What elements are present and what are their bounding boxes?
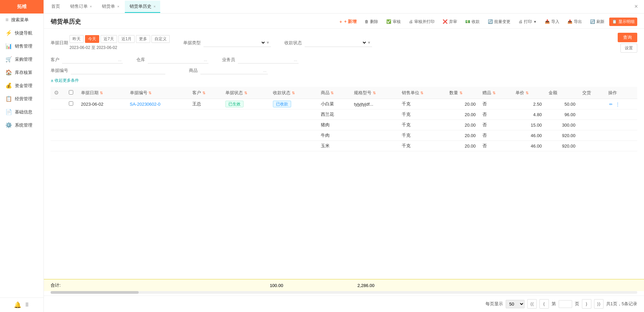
row-checkbox[interactable]	[69, 101, 73, 106]
query-button[interactable]: 查询	[618, 33, 637, 42]
customer-sort-icon[interactable]: ⇅	[202, 91, 205, 95]
date-btn-7days[interactable]: 近7天	[101, 35, 117, 43]
date-btn-yesterday[interactable]: 昨天	[69, 35, 84, 43]
row-doc-status: 已生效	[222, 99, 270, 109]
search-menu-icon: ≡	[5, 17, 8, 23]
print-button[interactable]: 🖨 打印 ▼	[515, 17, 540, 26]
spec-sort-icon[interactable]: ⇅	[373, 91, 376, 95]
doc-type-select[interactable]	[205, 40, 266, 46]
import-button[interactable]: 📥 导入	[541, 17, 563, 26]
filter-row-2: 客户 ... 仓库 ... 业务员	[51, 56, 637, 63]
goods-input[interactable]	[202, 68, 263, 73]
audit-print-button[interactable]: 🖨 审核并打印	[405, 17, 438, 26]
staff-label: 业务员	[222, 57, 235, 63]
row-spec	[351, 141, 398, 151]
collapse-filter-button[interactable]: ∧ 收起更多条件	[51, 78, 637, 83]
op-btn-0[interactable]: ✏	[609, 102, 613, 107]
row-doc-num	[127, 109, 189, 120]
collect-status-select[interactable]	[306, 40, 367, 46]
customer-dots[interactable]: ...	[118, 57, 121, 62]
batch-change-button[interactable]: 🔄 批量变更	[484, 17, 514, 26]
window-close-button[interactable]: ×	[634, 3, 641, 10]
row-unit: 千克	[398, 141, 446, 151]
sidebar-item-search-menu[interactable]: ≡ 搜索菜单	[0, 14, 44, 26]
new-button[interactable]: + + 新增	[336, 17, 360, 26]
tab-sales-history[interactable]: 销货单历史 ×	[125, 1, 160, 13]
tab-sales-history-close[interactable]: ×	[153, 4, 156, 8]
tab-sales-order[interactable]: 销售订单 ×	[65, 1, 96, 13]
doc-num-sort-icon[interactable]: ⇅	[148, 91, 151, 95]
show-detail-button[interactable]: 📋 显示明细	[609, 18, 637, 26]
row-qty: 20.00	[446, 99, 479, 109]
select-all-checkbox[interactable]	[69, 90, 73, 95]
sidebar-item-sales-mgmt[interactable]: 📊 销售管理	[0, 40, 44, 53]
sidebar-item-ops-mgmt[interactable]: 📋 经营管理	[0, 92, 44, 105]
tab-sales-order-close[interactable]: ×	[90, 4, 92, 8]
horizontal-scrollbar[interactable]	[51, 291, 637, 294]
audit-print-icon: 🖨	[409, 19, 413, 24]
table-row: 玉米 千克 20.00 否 46.00 920.00	[51, 141, 637, 151]
abandon-button[interactable]: ❌ 弃审	[439, 17, 460, 26]
goods-dots[interactable]: ...	[263, 68, 267, 73]
customer-label: 客户	[51, 57, 59, 63]
col-trade: 交货	[579, 87, 605, 99]
settings-button[interactable]: 设置	[620, 44, 637, 53]
tab-sales-goods-close[interactable]: ×	[117, 4, 119, 8]
qty-sort-icon[interactable]: ⇅	[459, 91, 463, 95]
date-btn-1month[interactable]: 近1月	[118, 35, 135, 43]
last-page-button[interactable]: ⟩⟩	[594, 299, 604, 309]
notification-icon[interactable]: 🔔	[14, 301, 21, 309]
table-row: 牛肉 千克 20.00 否 46.00 920.00	[51, 130, 637, 141]
next-page-button[interactable]: ⟩	[582, 299, 591, 309]
sidebar-item-funds-mgmt[interactable]: 💰 资金管理	[0, 79, 44, 92]
staff-input[interactable]	[239, 57, 294, 62]
goods-sort-icon[interactable]: ⇅	[331, 91, 334, 95]
date-btn-more[interactable]: 更多	[136, 35, 150, 43]
first-page-button[interactable]: ⟨⟨	[527, 299, 537, 309]
audit-button[interactable]: ✅ 审核	[383, 17, 404, 26]
row-gear-cell	[51, 120, 64, 130]
collect-status-sort-icon[interactable]: ⇅	[292, 91, 295, 95]
sidebar-item-system-mgmt[interactable]: ⚙️ 系统管理	[0, 119, 44, 132]
unit-sort-icon[interactable]: ⇅	[420, 91, 423, 95]
delete-button[interactable]: 🗑 删除	[361, 17, 382, 26]
table-settings-icon[interactable]: ⚙	[54, 90, 59, 96]
refresh-button[interactable]: 🔃 刷新	[587, 17, 608, 26]
gift-sort-icon[interactable]: ⇅	[493, 91, 496, 95]
staff-dots[interactable]: ...	[294, 57, 297, 62]
price-sort-icon[interactable]: ⇅	[526, 91, 529, 95]
sidebar-item-purchase-mgmt[interactable]: 🛒 采购管理	[0, 53, 44, 66]
op-btn-1[interactable]: ⋮	[616, 102, 620, 107]
collect-status-badge: 已收款	[273, 101, 291, 107]
sidebar-item-basic-info[interactable]: 📄 基础信息	[0, 105, 44, 119]
pause-icon[interactable]: ⏸	[24, 301, 30, 309]
per-page-select[interactable]: 50 100 200	[506, 300, 525, 308]
new-icon: +	[339, 19, 342, 24]
prev-page-button[interactable]: ⟨	[539, 299, 549, 309]
docnum-input[interactable]	[72, 68, 164, 73]
doc-num-link[interactable]: SA-20230602-0	[130, 102, 161, 107]
date-btn-today[interactable]: 今天	[85, 35, 99, 43]
tab-bar: 首页 销售订单 × 销货单 × 销货单历史 × ×	[44, 0, 644, 14]
export-button[interactable]: 📤 导出	[564, 17, 585, 26]
collapse-label: 收起更多条件	[55, 78, 79, 83]
doc-status-sort-icon[interactable]: ⇅	[244, 91, 247, 95]
tab-sales-goods[interactable]: 销货单 ×	[97, 1, 124, 13]
warehouse-dots[interactable]: ...	[204, 57, 207, 62]
date-btn-custom[interactable]: 自定义	[151, 35, 170, 43]
customer-input[interactable]	[63, 57, 118, 62]
sidebar-item-inventory-calc[interactable]: 🏠 库存核算	[0, 66, 44, 79]
row-customer	[189, 130, 222, 141]
collect-button[interactable]: 💵 收款	[462, 17, 483, 26]
row-trade	[579, 109, 605, 120]
row-trade	[579, 141, 605, 151]
warehouse-input[interactable]	[149, 57, 204, 62]
doc-date-sort-icon[interactable]: ⇅	[100, 91, 103, 95]
table-wrap: ⚙ 单据日期 ⇅ 单据编号 ⇅ 客户 ⇅ 单据状态 ⇅ 收款状态 ⇅ 商品 ⇅ …	[44, 87, 644, 312]
tab-home[interactable]: 首页	[47, 1, 65, 13]
page-number-input[interactable]: 1	[559, 300, 572, 308]
date-label: 单据日期	[51, 40, 68, 46]
sidebar-item-quick-nav[interactable]: ⚡ 快捷导航	[0, 26, 44, 40]
col-amount: 金额	[545, 87, 579, 99]
scrollbar-thumb[interactable]	[51, 291, 139, 294]
